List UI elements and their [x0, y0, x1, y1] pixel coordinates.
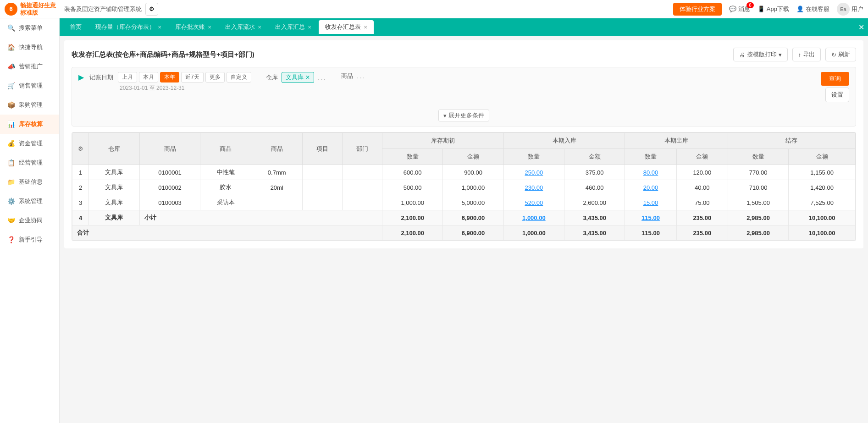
sidebar-item-guide[interactable]: ❓ 新手引导 — [0, 230, 59, 249]
cell-out-qty[interactable]: 15.00 — [625, 195, 676, 210]
cell-no: 1 — [72, 165, 89, 180]
warehouse-filter-label: 仓库 — [266, 73, 278, 82]
settings-button[interactable]: ⚙ — [145, 3, 158, 16]
refresh-button[interactable]: ↻ 刷新 — [825, 48, 856, 61]
content-area: 首页 现存量（库存分布表） ✕ 库存批次账 ✕ 出入库流水 ✕ 出入库汇总 ✕ … — [60, 18, 868, 423]
tab-close-stockio-summary[interactable]: ✕ — [364, 25, 367, 30]
tab-inout-summary[interactable]: 出入库汇总 ✕ — [269, 20, 318, 34]
cell-closing-qty: 1,505.00 — [728, 195, 788, 210]
export-button[interactable]: ↑ 导出 — [792, 48, 821, 61]
subtotal-row: 4 文具库 小计 2,100.00 6,900.00 1,000.00 3,43… — [72, 210, 856, 225]
tab-batch-account[interactable]: 库存批次账 ✕ — [169, 20, 218, 34]
sidebar-item-inventory[interactable]: 📊 库存核算 — [0, 115, 59, 134]
sidebar-item-enterprise[interactable]: 🤝 企业协同 — [0, 211, 59, 230]
app-download-button[interactable]: 📱 App下载 — [757, 5, 789, 13]
th-goods-code: 商品 — [139, 133, 200, 165]
logo-area: 6 畅捷通好生意 标准版 — [5, 2, 56, 16]
th-settings[interactable]: ⚙ — [72, 133, 89, 165]
date-filter-label: 记账日期 — [89, 73, 113, 82]
cell-dept — [343, 180, 382, 195]
page-inner: 收发存汇总表(按仓库+商品编码+商品+规格型号+项目+部门) 🖨 按模版打印 ▾… — [64, 40, 863, 248]
th-opening-qty: 数量 — [382, 149, 443, 165]
tab-inventory-dist[interactable]: 现存量（库存分布表） ✕ — [89, 20, 168, 34]
cell-goods-spec: 20ml — [251, 180, 303, 195]
cell-out-qty[interactable]: 20.00 — [625, 180, 676, 195]
tab-bar-close[interactable]: ✕ — [858, 23, 864, 32]
tab-stockio-summary[interactable]: 收发存汇总表 ✕ — [319, 20, 374, 34]
sidebar-item-purchase[interactable]: 📦 采购管理 — [0, 95, 59, 115]
date-btn-this-month[interactable]: 本月 — [139, 72, 158, 82]
base-info-icon: 📁 — [7, 178, 15, 186]
cell-out-amt: 75.00 — [676, 195, 728, 210]
cell-goods-spec — [251, 195, 303, 210]
th-group-closing: 结存 — [728, 133, 855, 149]
cell-dept — [343, 195, 382, 210]
tab-close-batch-account[interactable]: ✕ — [208, 25, 211, 30]
sidebar: 🔍 搜索菜单 🏠 快捷导航 📣 营销推广 🛒 销售管理 📦 采购管理 📊 库存核… — [0, 18, 60, 423]
th-out-amt: 金额 — [676, 149, 728, 165]
sidebar-item-operations[interactable]: 📋 经营管理 — [0, 153, 59, 172]
print-icon: 🖨 — [739, 51, 745, 58]
cell-project — [303, 165, 343, 180]
query-button[interactable]: 查询 — [821, 72, 849, 86]
total-row: 合计 2,100.00 6,900.00 1,000.00 3,435.00 1… — [72, 225, 856, 241]
sidebar-item-finance[interactable]: 💰 资金管理 — [0, 134, 59, 153]
marketing-icon: 📣 — [7, 63, 15, 70]
table-row: 1 文具库 0100001 中性笔 0.7mm 600.00 900.00 25… — [72, 165, 856, 180]
page-actions: 🖨 按模版打印 ▾ ↑ 导出 ↻ 刷新 — [733, 48, 857, 61]
sidebar-item-system[interactable]: ⚙️ 系统管理 — [0, 192, 59, 211]
tab-close-inventory-dist[interactable]: ✕ — [158, 25, 161, 30]
tab-home[interactable]: 首页 — [63, 20, 88, 34]
tab-close-inout-flow[interactable]: ✕ — [258, 25, 261, 30]
total-label: 合计 — [72, 225, 382, 241]
th-warehouse: 仓库 — [89, 133, 140, 165]
sidebar-item-search[interactable]: 🔍 搜索菜单 — [0, 18, 59, 38]
goods-filter-label: 商品 — [341, 72, 353, 80]
sidebar-item-marketing[interactable]: 📣 营销推广 — [0, 57, 59, 76]
warehouse-filter-tag[interactable]: 文具库 ✕ — [282, 72, 314, 83]
online-service-button[interactable]: 👤 在线客服 — [796, 5, 829, 13]
filter-collapse-btn[interactable]: ▶ — [78, 73, 84, 82]
sidebar-item-sales[interactable]: 🛒 销售管理 — [0, 76, 59, 95]
warehouse-filter-dots[interactable]: ... — [318, 73, 326, 82]
date-btn-custom[interactable]: 自定义 — [227, 72, 251, 82]
warehouse-tag-close[interactable]: ✕ — [305, 74, 310, 81]
cell-in-qty[interactable]: 520.00 — [503, 195, 564, 210]
expand-conditions-button[interactable]: ▾ 展开更多条件 — [438, 110, 489, 121]
tab-inout-flow[interactable]: 出入库流水 ✕ — [219, 20, 268, 34]
cell-in-qty[interactable]: 250.00 — [503, 165, 564, 180]
messages-button[interactable]: 💬 消息 6 — [729, 5, 750, 13]
cell-warehouse: 文具库 — [89, 180, 140, 195]
top-bar-right: 体验行业方案 💬 消息 6 📱 App下载 👤 在线客服 Ea 用户 — [673, 3, 863, 16]
subtotal-in-qty[interactable]: 1,000.00 — [503, 210, 564, 225]
cell-in-amt: 375.00 — [564, 165, 625, 180]
cell-out-qty[interactable]: 80.00 — [625, 165, 676, 180]
sidebar-item-quick-nav[interactable]: 🏠 快捷导航 — [0, 38, 59, 57]
th-dept: 部门 — [343, 133, 382, 165]
th-in-amt: 金额 — [564, 149, 625, 165]
cell-opening-qty: 500.00 — [382, 180, 443, 195]
cell-goods-spec: 0.7mm — [251, 165, 303, 180]
cell-in-qty[interactable]: 230.00 — [503, 180, 564, 195]
messages-badge: 6 — [746, 2, 754, 8]
cell-project — [303, 195, 343, 210]
subtotal-closing-qty: 2,985.00 — [728, 210, 788, 225]
experience-button[interactable]: 体验行业方案 — [673, 3, 722, 16]
operations-icon: 📋 — [7, 159, 15, 166]
subtotal-out-qty[interactable]: 115.00 — [625, 210, 676, 225]
sidebar-item-base-info[interactable]: 📁 基础信息 — [0, 172, 59, 192]
total-closing-amt: 10,100.00 — [789, 225, 856, 241]
date-btn-this-year[interactable]: 本年 — [160, 72, 179, 82]
date-btn-7days[interactable]: 近7天 — [181, 72, 204, 82]
tab-close-inout-summary[interactable]: ✕ — [308, 25, 311, 30]
goods-filter-dots[interactable]: ... — [357, 72, 365, 80]
date-btn-more[interactable]: 更多 — [205, 72, 225, 82]
table-row: 3 文具库 0100003 采访本 1,000.00 5,000.00 520.… — [72, 195, 856, 210]
avatar: Ea — [837, 3, 850, 16]
refresh-icon: ↻ — [831, 51, 836, 58]
date-btn-last-month[interactable]: 上月 — [118, 72, 137, 82]
filter-setting-button[interactable]: 设置 — [825, 88, 849, 102]
print-button[interactable]: 🖨 按模版打印 ▾ — [733, 48, 788, 61]
user-area[interactable]: Ea 用户 — [837, 3, 863, 16]
cell-goods-code: 0100002 — [139, 180, 200, 195]
